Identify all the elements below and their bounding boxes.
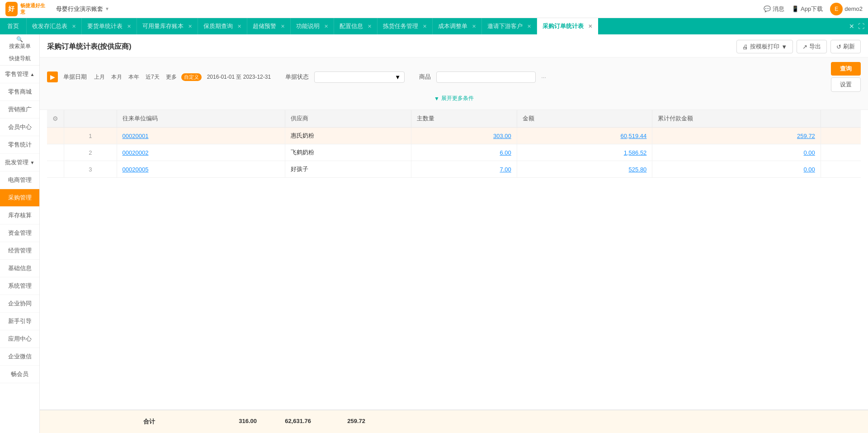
tab-yaoqing[interactable]: 邀请下游客户 ✕ [482,18,537,34]
col-code: 往来单位编码 [117,110,285,128]
table-row[interactable]: 3 00020005 好孩子 7.00 525.80 0.00 [47,161,861,178]
message-btn[interactable]: 💬 消息 [764,5,784,13]
close-icon[interactable]: ✕ [368,24,372,29]
expand-more-btn[interactable]: ▼ 展开更多条件 [47,92,861,105]
tab-chaochuyujing[interactable]: 超储预警 ✕ [247,18,291,34]
status-select[interactable]: ▼ [314,71,405,83]
close-icon[interactable]: ✕ [237,24,241,29]
export-button[interactable]: ↗ 导出 [797,40,827,53]
sidebar-item-label: 系统管理 [8,282,32,290]
sidebar-item-retail-stats[interactable]: 零售统计 [0,136,39,154]
shortcut-this-year[interactable]: 本年 [127,72,141,82]
sidebar-item-label: 企业协同 [8,300,32,308]
row-index: 1 [64,128,117,144]
goods-input[interactable] [436,71,536,83]
refresh-button[interactable]: ↺ 刷新 [830,40,861,53]
sidebar-item-base-info[interactable]: 基础信息 [0,260,39,277]
close-icon[interactable]: ✕ [527,24,531,29]
tab-caigou-active[interactable]: 采购订单统计表 ✕ [537,18,598,34]
close-icon[interactable]: ✕ [588,24,592,29]
shortcut-more[interactable]: 更多 [164,72,179,82]
close-icon[interactable]: ✕ [423,24,427,29]
sidebar-item-enterprise[interactable]: 企业协同 [0,295,39,313]
row-code[interactable]: 00020002 [117,144,285,161]
close-icon[interactable]: ✕ [281,24,285,29]
sidebar-quick-nav[interactable]: 快捷导航 [0,52,39,66]
shortcut-this-month[interactable]: 本月 [109,72,124,82]
close-icon[interactable]: ✕ [188,24,192,29]
shortcut-last-month[interactable]: 上月 [92,72,107,82]
row-supplier: 惠氏奶粉 [285,128,411,144]
tab-yaohuo[interactable]: 要货单统计表 ✕ [82,18,137,34]
close-icon[interactable]: ✕ [127,24,131,29]
tab-peizhi[interactable]: 配置信息 ✕ [334,18,377,34]
row-index: 2 [64,144,117,161]
user-profile[interactable]: E demo2 [830,3,863,15]
tab-chengben[interactable]: 成本调整单 ✕ [433,18,482,34]
sidebar-item-finance[interactable]: 资金管理 [0,224,39,242]
table-row[interactable]: 2 00020002 飞鹤奶粉 6.00 1,586.52 0.00 [47,144,861,161]
tab-baozhi[interactable]: 保质期查询 ✕ [198,18,247,34]
sidebar-item-newbie[interactable]: 新手引导 [0,313,39,330]
shortcut-7days[interactable]: 近7天 [144,72,161,82]
print-icon: 🖨 [742,43,748,50]
row-code[interactable]: 00020001 [117,128,285,144]
username: demo2 [844,5,863,12]
row-amount[interactable]: 1,586.52 [517,144,652,161]
date-filter-label: 单据日期 [63,73,87,81]
tab-label: 要货单统计表 [87,22,123,30]
row-qty[interactable]: 6.00 [411,144,517,161]
sidebar-item-label: 零售商城 [8,88,32,96]
tab-shoufacun[interactable]: 收发存汇总表 ✕ [27,18,82,34]
sidebar-item-app-center[interactable]: 应用中心 [0,330,39,348]
org-selector[interactable]: 母婴行业演示账套 ▼ [56,5,109,13]
sidebar-item-marketing[interactable]: 营销推广 [0,101,39,119]
tab-label: 配置信息 [340,22,363,30]
sidebar-item-system[interactable]: 系统管理 [0,277,39,295]
col-amount: 金额 [517,110,652,128]
main-layout: 🔍 搜索菜单 快捷导航 零售管理 ▲ 零售商城 营销推广 会员中心 零售统计 批… [0,34,868,433]
row-amount[interactable]: 60,519.44 [517,128,652,144]
row-paid[interactable]: 259.72 [652,128,821,144]
tab-maximize[interactable]: ⛶ [858,23,864,30]
row-code[interactable]: 00020005 [117,161,285,178]
template-print-button[interactable]: 🖨 按模板打印 ▼ [736,40,793,53]
footer-amount: 62,631.76 [262,415,316,428]
query-button[interactable]: 查询 [831,62,861,76]
sidebar-item-purchase[interactable]: 采购管理 [0,189,39,207]
row-qty[interactable]: 303.00 [411,128,517,144]
sidebar-search-btn[interactable]: 🔍 搜索菜单 [0,34,39,52]
tab-keyongliang[interactable]: 可用量库存账本 ✕ [137,18,198,34]
close-icon[interactable]: ✕ [472,24,476,29]
row-amount[interactable]: 525.80 [517,161,652,178]
footer-row: 合计 316.00 62,631.76 259.72 [47,415,861,428]
row-paid[interactable]: 0.00 [652,144,821,161]
app-download-btn[interactable]: 📱 App下载 [792,5,823,13]
row-paid[interactable]: 0.00 [652,161,821,178]
sidebar-item-ecommerce[interactable]: 电商管理 [0,171,39,189]
sidebar-item-label: 采购管理 [8,194,32,202]
row-qty[interactable]: 7.00 [411,161,517,178]
close-icon[interactable]: ✕ [324,24,328,29]
sidebar-item-member[interactable]: 会员中心 [0,119,39,136]
sidebar-item-label: 新手引导 [8,317,32,325]
sidebar-item-operations[interactable]: 经营管理 [0,242,39,260]
sidebar-item-label: 零售统计 [8,141,32,149]
close-icon[interactable]: ✕ [72,24,76,29]
tab-home[interactable]: 首页 [0,18,27,34]
filter-toggle-btn[interactable]: ▶ [47,71,58,82]
sidebar-item-inventory[interactable]: 库存核算 [0,207,39,224]
settings-button[interactable]: 设置 [831,77,861,92]
table-row[interactable]: 1 00020001 惠氏奶粉 303.00 60,519.44 259.72 [47,128,861,144]
date-custom-badge[interactable]: 自定义 [181,73,202,81]
settings-icon[interactable]: ⚙ [52,115,58,122]
sidebar-item-wholesale[interactable]: 批发管理 ▼ [0,154,39,171]
row-extra [821,144,861,161]
tab-close-all[interactable]: ✕ [849,23,854,30]
sidebar-item-wechat[interactable]: 企业微信 [0,348,39,366]
sidebar-item-retail-mall[interactable]: 零售商城 [0,83,39,101]
sidebar-item-vip[interactable]: 畅会员 [0,366,39,383]
sidebar-item-retail-manage[interactable]: 零售管理 ▲ [0,66,39,83]
tab-jianhuo[interactable]: 拣货任务管理 ✕ [377,18,433,34]
tab-gongneng[interactable]: 功能说明 ✕ [291,18,334,34]
